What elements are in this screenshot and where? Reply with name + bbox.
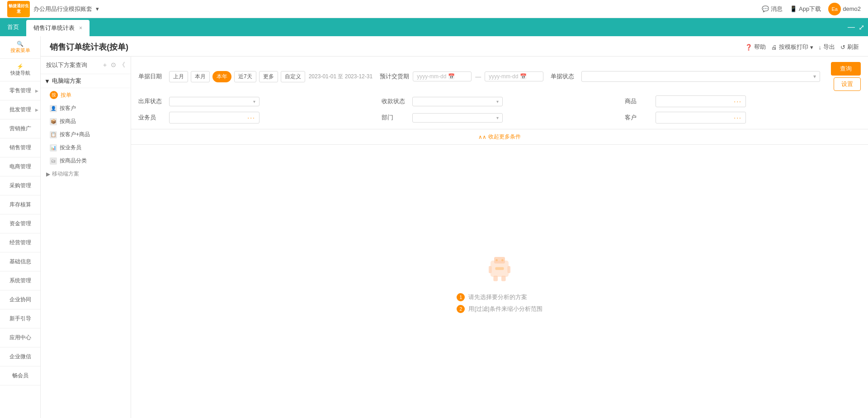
tab-sales-order[interactable]: 销售订单统计表 × xyxy=(26,20,90,36)
add-scheme-icon[interactable]: ＋ xyxy=(102,61,108,69)
date-label: 单据日期 xyxy=(138,72,165,81)
edit-scheme-icon[interactable]: ⊙ xyxy=(111,61,116,69)
empty-illustration xyxy=(481,250,518,286)
tree-pc-label: 电脑端方案 xyxy=(52,77,81,85)
delivery-end-input[interactable]: yyyy-mm-dd 📅 xyxy=(485,71,543,81)
date-filter-block: 单据日期 上月 本月 本年 近7天 更多 自定义 2023-01-01 至 20… xyxy=(138,71,373,82)
tree-children: 按 按单 👤 按客户 📦 按商品 📋 按客户+商品 xyxy=(41,88,131,167)
date-range-text: 2023-01-01 至 2023-12-31 xyxy=(309,73,373,81)
collapse-panel-icon[interactable]: 《 xyxy=(119,61,125,69)
delivery-status-block: 出库状态 ▾ xyxy=(138,97,374,106)
sidebar-search[interactable]: 🔍搜索菜单 xyxy=(0,36,40,59)
settings-button[interactable]: 设置 xyxy=(834,77,861,91)
left-panel: 按以下方案查询 ＋ ⊙ 《 ▼ 电脑端方案 按 按单 xyxy=(41,57,131,418)
payment-status-select[interactable]: ▾ xyxy=(412,97,503,106)
customer-select[interactable]: ··· xyxy=(656,112,746,124)
sidebar-item-purchase[interactable]: 采购管理 xyxy=(0,176,40,195)
user-avatar-btn[interactable]: Ea demo2 xyxy=(828,3,861,15)
left-panel-icons: ＋ ⊙ 《 xyxy=(102,61,125,69)
tree-mobile-section[interactable]: ▶ 移动端方案 xyxy=(41,167,131,180)
this-month-btn[interactable]: 本月 xyxy=(191,71,210,82)
sidebar-item-retail[interactable]: 零售管理 xyxy=(0,81,40,100)
scheme-item-按单[interactable]: 按 按单 xyxy=(44,88,131,102)
delivery-status-label: 出库状态 xyxy=(138,97,165,105)
sidebar-item-enterprise[interactable]: 企业协同 xyxy=(0,290,40,309)
scheme-icon: 📋 xyxy=(50,131,57,138)
sidebar-item-wechat[interactable]: 企业微信 xyxy=(0,347,40,366)
bill-status-select[interactable]: ▾ xyxy=(581,71,820,82)
collapse-row[interactable]: ∧∧ 收起更多条件 xyxy=(131,129,868,145)
dept-select[interactable]: ▾ xyxy=(412,113,503,123)
page-header: 销售订单统计表(按单) ❓ 帮助 🖨 按模板打印 ▾ ↓ 导出 ↺ 刷新 xyxy=(41,36,868,57)
tab-minimize-icon[interactable]: — xyxy=(848,23,855,31)
sidebar-quick-nav[interactable]: ⚡快捷导航 xyxy=(0,59,40,81)
sidebar-item-basics[interactable]: 基础信息 xyxy=(0,252,40,271)
empty-tip-2: 2 用[过滤]条件来缩小分析范围 xyxy=(457,305,542,313)
sidebar-item-ecommerce[interactable]: 电商管理 xyxy=(0,157,40,176)
sidebar-item-appcenter[interactable]: 应用中心 xyxy=(0,328,40,347)
filter-panel: 单据日期 上月 本月 本年 近7天 更多 自定义 2023-01-01 至 20… xyxy=(131,57,868,129)
last7-btn[interactable]: 近7天 xyxy=(234,71,256,82)
customer-block: 客户 ··· xyxy=(625,112,861,124)
page-actions: ❓ 帮助 🖨 按模板打印 ▾ ↓ 导出 ↺ 刷新 xyxy=(745,43,859,51)
tabbar-controls: — ⤢ xyxy=(848,18,868,36)
print-btn[interactable]: 🖨 按模板打印 ▾ xyxy=(771,43,813,51)
calendar-icon: 📅 xyxy=(448,73,455,80)
collapse-icon: ∧∧ xyxy=(478,134,486,140)
print-dropdown-icon: ▾ xyxy=(810,44,813,51)
tab-home[interactable]: 首页 xyxy=(0,18,26,36)
sidebar-item-system[interactable]: 系统管理 xyxy=(0,271,40,290)
scheme-item-按客户商品[interactable]: 📋 按客户+商品 xyxy=(44,128,131,141)
sidebar-item-newuser[interactable]: 新手引导 xyxy=(0,309,40,328)
sidebar-item-finance[interactable]: 资金管理 xyxy=(0,214,40,233)
empty-tips: 1 请先选择要分析的方案 2 用[过滤]条件来缩小分析范围 xyxy=(457,293,542,313)
payment-status-block: 收款状态 ▾ xyxy=(382,97,618,106)
scheme-item-按商品分类[interactable]: 🗂 按商品分类 xyxy=(44,154,131,167)
delivery-status-select[interactable]: ▾ xyxy=(169,97,259,106)
main-layout: 🔍搜索菜单 ⚡快捷导航 零售管理 批发管理 营销推广 销售管理 电商管理 采购管… xyxy=(0,36,868,418)
sidebar-item-wholesale[interactable]: 批发管理 xyxy=(0,100,40,119)
custom-date-btn[interactable]: 自定义 xyxy=(281,71,305,82)
delivery-start-input[interactable]: yyyy-mm-dd 📅 xyxy=(413,71,472,81)
topbar-left: 畅捷通好生意 办公用品行业模拟账套 ▾ xyxy=(7,1,99,17)
more-date-btn[interactable]: 更多 xyxy=(259,71,278,82)
scheme-item-按商品[interactable]: 📦 按商品 xyxy=(44,115,131,128)
tree-pc-parent[interactable]: ▼ 电脑端方案 xyxy=(41,74,131,88)
customer-dots[interactable]: ··· xyxy=(734,114,742,121)
scheme-icon: 📦 xyxy=(50,118,57,125)
dept-block: 部门 ▾ xyxy=(382,113,618,123)
payment-status-arrow: ▾ xyxy=(496,99,499,104)
svg-rect-8 xyxy=(501,276,506,281)
sales-rep-dots[interactable]: ··· xyxy=(247,114,255,121)
scheme-active-icon: 按 xyxy=(50,91,58,99)
message-icon: 💬 xyxy=(762,5,769,12)
help-btn[interactable]: ❓ 帮助 xyxy=(745,43,766,51)
this-year-btn[interactable]: 本年 xyxy=(212,71,231,82)
topbar-dropdown[interactable]: ▾ xyxy=(96,5,99,12)
export-btn[interactable]: ↓ 导出 xyxy=(819,43,835,51)
goods-label: 商品 xyxy=(625,97,652,105)
sales-rep-select[interactable]: ··· xyxy=(169,112,259,124)
svg-rect-5 xyxy=(489,266,491,273)
app-download-btn[interactable]: 📱 App下载 xyxy=(790,5,821,13)
goods-select[interactable]: ··· xyxy=(656,95,746,107)
last-month-btn[interactable]: 上月 xyxy=(169,71,188,82)
sidebar-item-inventory[interactable]: 库存核算 xyxy=(0,195,40,214)
print-icon: 🖨 xyxy=(771,44,777,51)
tab-expand-icon[interactable]: ⤢ xyxy=(859,23,864,32)
sidebar-item-members[interactable]: 畅会员 xyxy=(0,366,40,385)
tree-mobile-expand-icon: ▶ xyxy=(46,171,50,177)
left-panel-header: 按以下方案查询 ＋ ⊙ 《 xyxy=(41,57,131,74)
message-btn[interactable]: 💬 消息 xyxy=(762,5,783,13)
help-icon: ❓ xyxy=(745,44,752,51)
scheme-item-按客户[interactable]: 👤 按客户 xyxy=(44,102,131,115)
sidebar-item-operations[interactable]: 经营管理 xyxy=(0,233,40,252)
sidebar-item-sales[interactable]: 销售管理 xyxy=(0,138,40,157)
query-button[interactable]: 查询 xyxy=(831,62,861,76)
sidebar-item-marketing[interactable]: 营销推广 xyxy=(0,119,40,138)
goods-dots[interactable]: ··· xyxy=(734,98,742,105)
sidebar: 🔍搜索菜单 ⚡快捷导航 零售管理 批发管理 营销推广 销售管理 电商管理 采购管… xyxy=(0,36,41,418)
scheme-item-按业务员[interactable]: 📊 按业务员 xyxy=(44,141,131,154)
tab-close-icon[interactable]: × xyxy=(79,25,82,31)
refresh-btn[interactable]: ↺ 刷新 xyxy=(840,43,859,51)
